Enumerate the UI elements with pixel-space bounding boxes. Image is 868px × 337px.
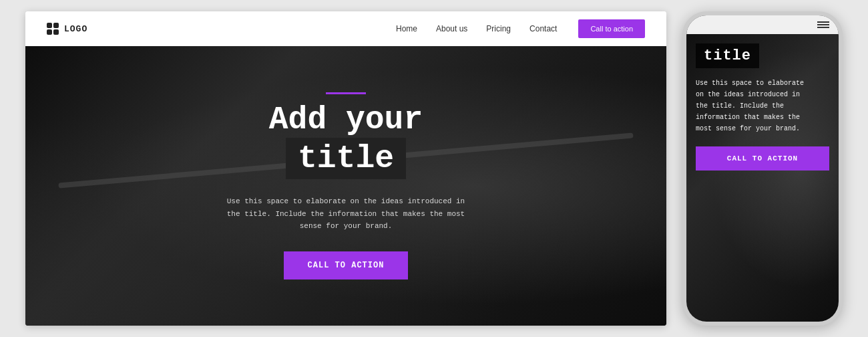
hero-content: Add your title Use this space to elabora… (25, 46, 666, 326)
mobile-notch (686, 15, 839, 34)
mobile-content: title Use this space to elaborate on the… (686, 34, 839, 322)
hero-cta-button[interactable]: CALL TO ACTION (284, 251, 409, 279)
mobile-body-text: Use this space to elaborate on the ideas… (696, 78, 809, 134)
hamburger-icon[interactable] (817, 20, 829, 29)
nav-item-pricing[interactable]: Pricing (486, 23, 511, 35)
hero-accent-line (326, 92, 366, 94)
logo-text: LOGO (64, 24, 87, 34)
nav-item-about[interactable]: About us (436, 23, 467, 35)
hero-body-text: Use this space to elaborate on the ideas… (226, 195, 466, 233)
mobile-cta-button[interactable]: CALL TO ACTION (696, 146, 829, 171)
nav-item-contact[interactable]: Contact (529, 23, 557, 35)
logo-grid-icon (47, 23, 59, 35)
nav-item-home[interactable]: Home (396, 23, 417, 35)
nav-links: Home About us Pricing Contact (396, 23, 557, 35)
mobile-title-box: title (696, 43, 759, 68)
nav-logo: LOGO (47, 23, 87, 35)
hero-title-line2: title (298, 140, 394, 177)
hero-title-box: title (286, 138, 406, 179)
navbar: LOGO Home About us Pricing Contact Call … (25, 11, 666, 46)
nav-cta-button[interactable]: Call to action (578, 19, 645, 38)
hero-section: Add your title Use this space to elabora… (25, 46, 666, 326)
hero-title-line1: Add your (269, 102, 423, 138)
mobile-mockup: title Use this space to elaborate on the… (682, 11, 843, 326)
mobile-title: title (704, 47, 751, 64)
desktop-mockup: LOGO Home About us Pricing Contact Call … (25, 11, 666, 326)
